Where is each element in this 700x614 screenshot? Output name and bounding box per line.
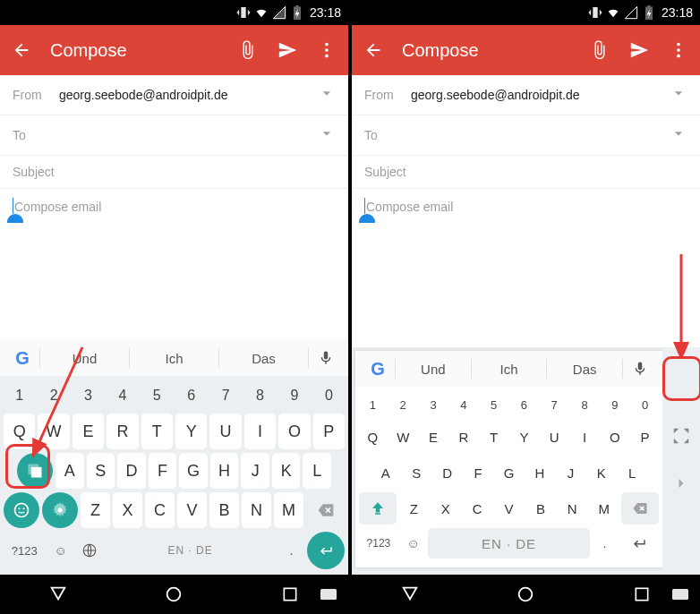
key-g[interactable]: G <box>179 453 208 489</box>
key-d[interactable]: D <box>433 456 461 489</box>
key-k[interactable]: K <box>587 456 615 489</box>
key-6[interactable]: 6 <box>510 392 538 417</box>
key-2[interactable]: 2 <box>38 381 69 410</box>
one-handed-left-icon[interactable] <box>17 453 53 489</box>
expand-icon[interactable] <box>671 426 691 449</box>
key-p[interactable]: P <box>313 414 345 449</box>
key-b[interactable]: B <box>209 492 239 528</box>
key-a[interactable]: A <box>55 453 84 489</box>
key-o[interactable]: O <box>278 414 310 449</box>
space-key[interactable]: EN · DE <box>428 528 590 559</box>
mode-key[interactable]: ?123 <box>4 532 45 569</box>
key-n[interactable]: N <box>558 492 586 524</box>
key-3[interactable]: 3 <box>73 381 104 410</box>
key-0[interactable]: 0 <box>313 381 345 410</box>
key-u[interactable]: U <box>209 414 241 449</box>
emoji-small-icon[interactable]: ☺ <box>47 532 73 569</box>
to-row[interactable]: To <box>0 115 348 156</box>
key-m[interactable]: M <box>589 492 618 524</box>
key-r[interactable]: R <box>449 421 477 453</box>
shift-key[interactable] <box>359 492 397 524</box>
key-v[interactable]: V <box>177 492 207 528</box>
key-5[interactable]: 5 <box>141 381 173 410</box>
key-q[interactable]: Q <box>4 414 35 449</box>
google-icon[interactable]: G <box>363 354 393 384</box>
suggestion[interactable]: Das <box>549 356 620 382</box>
key-k[interactable]: K <box>272 453 301 489</box>
key-p[interactable]: P <box>631 421 659 453</box>
key-c[interactable]: C <box>463 492 491 524</box>
emoji-icon[interactable] <box>4 492 39 528</box>
chevron-down-icon[interactable] <box>666 124 687 146</box>
attach-icon[interactable] <box>237 39 259 61</box>
key-u[interactable]: U <box>541 421 568 453</box>
suggestion[interactable]: Und <box>397 356 469 382</box>
key-o[interactable]: O <box>601 421 628 453</box>
enter-key[interactable] <box>307 532 345 569</box>
from-row[interactable]: From georg.seebode@androidpit.de <box>0 75 348 115</box>
subject-input[interactable]: Subject <box>364 165 687 179</box>
mic-icon[interactable] <box>625 354 655 384</box>
chevron-down-icon[interactable] <box>666 84 687 106</box>
nav-home-icon[interactable] <box>515 584 536 605</box>
from-row[interactable]: From georg.seebode@androidpit.de <box>352 75 700 115</box>
keyboard-toggle-icon[interactable] <box>670 584 691 605</box>
globe-icon[interactable] <box>76 532 102 569</box>
period-key[interactable]: . <box>593 528 617 559</box>
key-x[interactable]: X <box>431 492 460 524</box>
key-9[interactable]: 9 <box>601 392 628 417</box>
to-row[interactable]: To <box>352 115 700 156</box>
body-input[interactable]: Compose email <box>0 189 348 223</box>
key-5[interactable]: 5 <box>480 392 508 417</box>
key-b[interactable]: B <box>526 492 555 524</box>
key-y[interactable]: Y <box>510 421 538 453</box>
gear-icon[interactable] <box>42 492 78 528</box>
key-7[interactable]: 7 <box>209 381 241 410</box>
chevron-down-icon[interactable] <box>314 84 336 106</box>
nav-recents-icon[interactable] <box>279 584 301 605</box>
key-4[interactable]: 4 <box>449 392 477 417</box>
send-icon[interactable] <box>628 39 650 61</box>
key-z[interactable]: Z <box>81 492 110 528</box>
key-j[interactable]: J <box>241 453 269 489</box>
key-x[interactable]: X <box>113 492 142 528</box>
keyboard-toggle-icon[interactable] <box>318 584 339 605</box>
key-1[interactable]: 1 <box>4 381 35 410</box>
suggestion[interactable]: Ich <box>132 345 217 371</box>
overflow-icon[interactable] <box>668 39 689 61</box>
backspace-key[interactable] <box>621 492 659 524</box>
key-s[interactable]: S <box>402 456 430 489</box>
key-q[interactable]: Q <box>359 421 387 453</box>
key-1[interactable]: 1 <box>359 392 387 417</box>
key-h[interactable]: H <box>210 453 239 489</box>
subject-row[interactable]: Subject <box>0 156 348 189</box>
back-icon[interactable] <box>363 39 384 61</box>
body-input[interactable]: Compose email <box>352 189 700 223</box>
key-a[interactable]: A <box>371 456 399 489</box>
key-4[interactable]: 4 <box>107 381 138 410</box>
key-i[interactable]: I <box>244 414 276 449</box>
key-n[interactable]: N <box>242 492 271 528</box>
key-l[interactable]: L <box>303 453 331 489</box>
key-t[interactable]: T <box>141 414 173 449</box>
send-icon[interactable] <box>277 39 298 61</box>
chevron-down-icon[interactable] <box>314 124 336 146</box>
key-f[interactable]: F <box>149 453 177 489</box>
key-c[interactable]: C <box>145 492 175 528</box>
period-key[interactable]: . <box>278 532 304 569</box>
key-g[interactable]: G <box>495 456 523 489</box>
suggestion[interactable]: Das <box>221 345 306 371</box>
key-7[interactable]: 7 <box>541 392 568 417</box>
key-3[interactable]: 3 <box>420 392 448 417</box>
key-h[interactable]: H <box>525 456 553 489</box>
key-m[interactable]: M <box>274 492 303 528</box>
to-value[interactable] <box>59 128 314 142</box>
enter-key[interactable] <box>619 528 659 559</box>
key-2[interactable]: 2 <box>389 392 417 417</box>
key-y[interactable]: Y <box>175 414 207 449</box>
emoji-small-icon[interactable]: ☺ <box>401 528 425 559</box>
subject-row[interactable]: Subject <box>352 156 700 189</box>
key-8[interactable]: 8 <box>571 392 599 417</box>
google-icon[interactable]: G <box>7 343 38 373</box>
key-6[interactable]: 6 <box>175 381 207 410</box>
